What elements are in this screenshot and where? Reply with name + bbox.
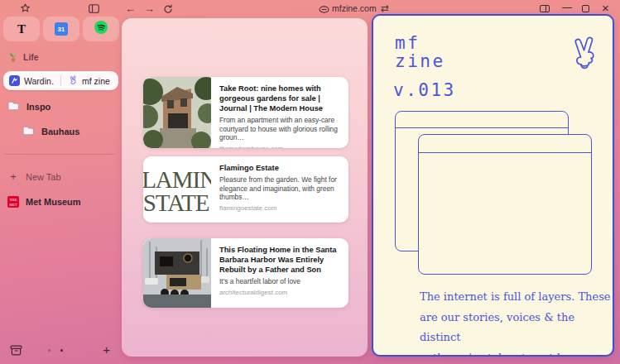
tab-label: mf zine — [82, 76, 110, 86]
card-thumbnail-house-garden — [143, 77, 211, 148]
sidebar-bottom-bar: + — [0, 342, 122, 359]
nyt-icon: T — [17, 22, 26, 36]
split-tab-pill: Wardin… mf zine — [3, 71, 118, 90]
pinned-app-calendar[interactable]: 31 — [43, 17, 79, 41]
card-description: Pleasure from the garden. We fight for e… — [219, 175, 340, 202]
spotify-icon — [94, 21, 108, 37]
folder-icon — [7, 101, 20, 113]
add-space-button[interactable]: + — [103, 342, 110, 357]
zine-tagline: The internet is full of layers. These ar… — [420, 287, 613, 357]
pinned-app-spotify[interactable] — [83, 17, 119, 41]
zine-title: mf zine — [395, 34, 445, 70]
link-icon — [319, 6, 329, 13]
tab-label: Wardin… — [24, 76, 55, 86]
new-tab-button[interactable]: + New Tab — [7, 170, 61, 183]
svg-text:MET: MET — [9, 203, 17, 207]
plant-icon — [8, 50, 18, 65]
browser-window: ← → mfzine.com ⇄ — × T 31 Life — [0, 0, 620, 364]
card-title: This Floating Home in the Santa Barbara … — [219, 245, 340, 275]
card-text: Take Root: nine homes with gorgeous gard… — [211, 77, 348, 148]
space-label-life[interactable]: Life — [23, 52, 39, 62]
tab-wardin[interactable]: Wardin… — [3, 75, 60, 86]
pinned-app-nyt[interactable]: T — [3, 17, 40, 41]
card-thumbnail-flamingo-logo: FLAMINGO ESTATE — [143, 156, 211, 223]
new-tab-label: New Tab — [26, 172, 61, 182]
article-card-modern-house[interactable]: Take Root: nine homes with gorgeous gard… — [143, 77, 348, 148]
article-card-flamingo-estate[interactable]: FLAMINGO ESTATE Flamingo Estate Pleasure… — [143, 156, 348, 223]
card-description: From an apartment with an easy-care cour… — [219, 116, 340, 142]
peace-hand-icon — [570, 34, 598, 77]
met-museum-favicon: THEMET — [7, 196, 19, 208]
zine-window-titlebar — [419, 135, 591, 153]
zine-window-titlebar — [396, 112, 568, 128]
article-card-floating-home[interactable]: This Floating Home in the Santa Barbara … — [143, 238, 348, 308]
card-thumbnail-floating-home — [143, 238, 211, 308]
space-dot-active[interactable] — [60, 349, 63, 352]
tab-mf-zine[interactable]: mf zine — [61, 75, 118, 86]
calendar-icon: 31 — [55, 22, 68, 36]
wardin-favicon — [9, 75, 20, 86]
space-indicator-dots[interactable] — [48, 349, 63, 352]
folder-inspo[interactable]: Inspo — [7, 101, 50, 113]
pinned-apps: T 31 — [3, 17, 119, 41]
svg-text:THE: THE — [10, 198, 17, 202]
split-view-icon[interactable] — [540, 5, 550, 12]
space-dot[interactable] — [48, 349, 50, 352]
swap-tabs-icon[interactable]: ⇄ — [381, 2, 389, 14]
folder-bauhaus[interactable]: Bauhaus — [22, 126, 79, 137]
sidebar: T 31 Life Wardin… — [0, 0, 122, 364]
maximize-button[interactable] — [582, 5, 589, 12]
card-title: Take Root: nine homes with gorgeous gard… — [219, 84, 340, 113]
plus-icon: + — [7, 170, 19, 183]
webpage-mfzine: mf zine v.013 The internet is full of la… — [372, 14, 614, 357]
tab-label: Met Museum — [26, 197, 81, 207]
card-source: themodernhouse.com — [219, 145, 340, 149]
card-text: Flamingo Estate Pleasure from the garden… — [211, 156, 348, 223]
folder-icon — [22, 126, 35, 137]
back-button[interactable]: ← — [125, 3, 136, 14]
card-source: flamingoestate.com — [219, 204, 340, 212]
refresh-icon[interactable] — [163, 4, 173, 14]
tab-met-museum[interactable]: THEMET Met Museum — [7, 196, 81, 208]
forward-button[interactable]: → — [144, 3, 155, 14]
card-text: This Floating Home in the Santa Barbara … — [211, 238, 348, 308]
peace-hand-favicon — [67, 75, 78, 86]
url-bar[interactable]: mfzine.com — [332, 3, 377, 13]
zine-window-front — [418, 134, 592, 275]
card-title: Flamingo Estate — [219, 163, 340, 173]
archive-icon[interactable] — [10, 344, 22, 359]
folder-label: Bauhaus — [41, 127, 79, 136]
zine-version: v.013 — [393, 80, 456, 100]
minimize-button[interactable]: — — [562, 2, 572, 13]
feed-panel: Take Root: nine homes with gorgeous gard… — [122, 18, 368, 357]
sidebar-divider — [4, 154, 115, 155]
card-source: architecturaldigest.com — [219, 289, 340, 296]
close-button[interactable]: × — [602, 1, 609, 15]
card-description: It's a heartfelt labor of love — [219, 277, 340, 286]
folder-label: Inspo — [26, 102, 50, 112]
